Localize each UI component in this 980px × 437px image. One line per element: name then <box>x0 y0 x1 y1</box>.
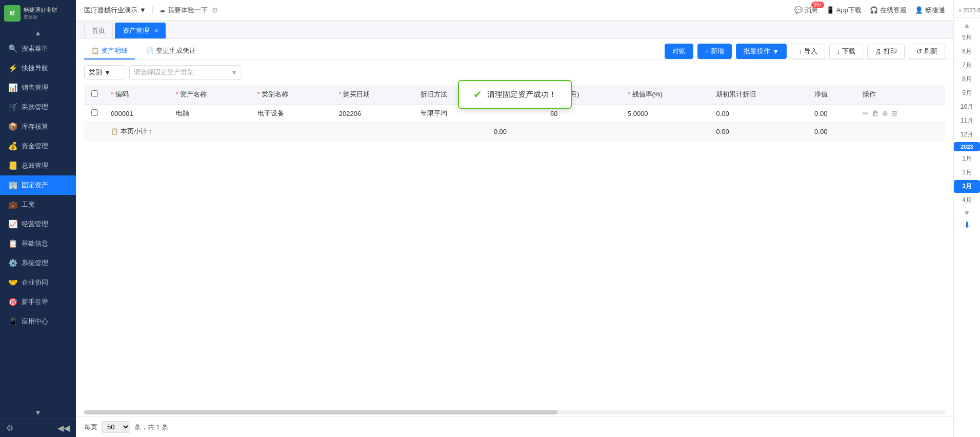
scrollbar-thumb[interactable] <box>84 410 557 414</box>
year-2023[interactable]: 2023 <box>954 142 980 151</box>
sidebar-item-operations[interactable]: 📈 经营管理 <box>0 214 76 234</box>
month-10[interactable]: 10月 <box>954 101 980 113</box>
month-2023-2[interactable]: 2月 <box>954 166 980 179</box>
action-icons: ✏ 🗑 ⊕ ⊞ <box>863 109 939 117</box>
table-container: * 编码 * 资产名称 * 类别名称 * 购买日期 折旧方法 * 原值 * 期限… <box>76 85 953 410</box>
panel-down-button[interactable]: ▼ <box>963 208 972 218</box>
sidebar-item-label: 系统管理 <box>22 259 48 268</box>
month-2023-1[interactable]: 1月 <box>954 152 980 165</box>
funds-icon: 💰 <box>8 142 17 151</box>
download-button[interactable]: ↓ 下载 <box>829 44 864 59</box>
delete-icon[interactable]: 🗑 <box>872 109 879 117</box>
select-all-cell[interactable] <box>84 85 105 105</box>
sidebar-item-funds[interactable]: 💰 资金管理 <box>0 136 76 156</box>
sidebar-item-purchase[interactable]: 🛒 采购管理 <box>0 97 76 117</box>
messages-button[interactable]: 💬 消息 99+ <box>794 6 818 15</box>
new-button[interactable]: + 新增 <box>697 44 732 59</box>
refresh-button[interactable]: ↺ 刷新 <box>909 44 945 59</box>
category-value-filter[interactable]: 请选择固定资产类别 ▼ <box>129 65 242 80</box>
row-name: 电脑 <box>170 105 251 123</box>
sidebar-item-base-info[interactable]: 📋 基础信息 <box>0 234 76 253</box>
message-icon: 💬 <box>794 6 803 14</box>
tab-home[interactable]: 首页 <box>84 23 113 38</box>
month-7[interactable]: 7月 <box>954 59 980 72</box>
sidebar-item-fixed-assets[interactable]: 🏢 固定资产 <box>0 175 76 195</box>
month-5[interactable]: 5月 <box>954 31 980 44</box>
per-page-label: 每页 <box>84 423 97 432</box>
col-purchase-date: * 购买日期 <box>333 85 414 105</box>
sidebar-item-ledger[interactable]: 📒 总账管理 <box>0 156 76 175</box>
import-button[interactable]: ↑ 导入 <box>791 44 825 59</box>
month-12[interactable]: 12月 <box>954 128 980 141</box>
sidebar-logo: 财 畅捷通好业财 普及版 <box>0 0 76 27</box>
content-area: 📋 资产明细 📄 变更生成凭证 对账 + 新增 批量操作 ▼ <box>76 39 953 437</box>
sidebar-item-label: 企业协同 <box>22 278 48 287</box>
row-actions: ✏ 🗑 ⊕ ⊞ <box>856 105 945 123</box>
guide-icon: 🎯 <box>8 297 17 307</box>
payroll-icon: 💼 <box>8 200 17 209</box>
subtotal-period <box>544 123 622 141</box>
per-page-select[interactable]: 50 100 <box>102 421 130 433</box>
horizontal-scrollbar[interactable] <box>84 410 945 414</box>
topbar-left: 医疗器械行业演示 ▼ ☁ 我要体验一下 ⚙ <box>84 6 218 15</box>
tab-home-label: 首页 <box>92 27 105 34</box>
experience-button[interactable]: ☁ 我要体验一下 <box>159 6 208 15</box>
right-panel: × 2023.03 ⤢ ▲ 5月 6月 7月 8月 9月 10月 11月 12月… <box>953 0 980 437</box>
user-avatar-button[interactable]: 👤 畅捷通 <box>915 6 945 15</box>
online-service-button[interactable]: 🎧 在线客服 <box>870 6 907 15</box>
online-service-label: 在线客服 <box>880 6 907 15</box>
sidebar-item-inventory[interactable]: 📦 库存核算 <box>0 117 76 136</box>
row-purchase-date: 202206 <box>333 105 414 123</box>
purchase-icon: 🛒 <box>8 103 17 112</box>
month-6[interactable]: 6月 <box>954 45 980 58</box>
sidebar-bottom: ⚙ ◀◀ <box>0 419 76 437</box>
tab-asset-management[interactable]: 资产管理 × <box>115 23 166 38</box>
filter-placeholder: 请选择固定资产类别 <box>134 68 194 77</box>
subtotal-label: 📋 本页小计： <box>105 123 414 141</box>
topbar-right: 💬 消息 99+ 📱 App下载 🎧 在线客服 👤 畅捷通 <box>794 6 945 15</box>
sidebar-item-label: 搜索菜单 <box>22 44 48 53</box>
sidebar-item-enterprise[interactable]: 🤝 企业协同 <box>0 273 76 292</box>
col-residual-rate: * 残值率(%) <box>622 85 710 105</box>
row-checkbox[interactable] <box>91 109 98 116</box>
month-2023-3[interactable]: 3月 <box>954 180 980 193</box>
panel-up-button[interactable]: ▲ <box>963 20 972 30</box>
select-all-checkbox[interactable] <box>91 90 98 97</box>
settings-button[interactable]: ⚙ <box>6 423 13 433</box>
sidebar-item-sales[interactable]: 📊 销售管理 <box>0 78 76 97</box>
print-button[interactable]: 🖨 打印 <box>867 44 905 59</box>
company-selector[interactable]: 医疗器械行业演示 ▼ <box>84 6 146 15</box>
sidebar-item-app-center[interactable]: 📱 应用中心 <box>0 312 76 331</box>
filter-left: 类别 ▼ 请选择固定资产类别 ▼ <box>84 65 242 80</box>
toast-message: 清理固定资产成功！ <box>487 90 556 100</box>
copy-icon[interactable]: ⊕ <box>882 109 888 117</box>
sidebar-item-label: 应用中心 <box>22 317 48 326</box>
subtotal-row: 📋 本页小计： 0.00 0.00 0.00 <box>84 123 945 141</box>
sub-tab-voucher[interactable]: 📄 变更生成凭证 <box>139 43 203 59</box>
batch-button[interactable]: 批量操作 ▼ <box>736 44 787 59</box>
sidebar-item-search[interactable]: 🔍 搜索菜单 <box>0 39 76 58</box>
sidebar-scroll-up[interactable]: ▲ <box>0 27 76 39</box>
sidebar-collapse-button[interactable]: ◀◀ <box>57 423 70 433</box>
month-11[interactable]: 11月 <box>954 114 980 127</box>
app-download-button[interactable]: 📱 App下载 <box>826 6 862 15</box>
logo-icon: 财 <box>4 5 21 22</box>
edit-icon[interactable]: ✏ <box>863 109 869 117</box>
panel-close-button[interactable]: × <box>957 5 963 15</box>
sidebar-item-payroll[interactable]: 💼 工资 <box>0 195 76 214</box>
month-2023-4[interactable]: 4月 <box>954 194 980 207</box>
sidebar-item-system[interactable]: ⚙️ 系统管理 <box>0 253 76 273</box>
sidebar-item-quick-nav[interactable]: ⚡ 快捷导航 <box>0 58 76 78</box>
month-9[interactable]: 9月 <box>954 87 980 100</box>
tab-close-icon[interactable]: × <box>154 27 158 34</box>
row-checkbox-cell[interactable] <box>84 105 105 123</box>
filter-value-dropdown-icon: ▼ <box>231 69 237 76</box>
more-icon[interactable]: ⊞ <box>891 109 897 117</box>
sub-tab-asset-detail[interactable]: 📋 资产明细 <box>84 43 135 59</box>
sidebar-item-guide[interactable]: 🎯 新手引导 <box>0 292 76 312</box>
sidebar-scroll-down[interactable]: ▼ <box>0 407 76 419</box>
duizhang-button[interactable]: 对账 <box>665 44 693 59</box>
settings-topbar-icon[interactable]: ⚙ <box>212 6 218 14</box>
month-8[interactable]: 8月 <box>954 73 980 86</box>
category-filter[interactable]: 类别 ▼ <box>84 65 125 80</box>
